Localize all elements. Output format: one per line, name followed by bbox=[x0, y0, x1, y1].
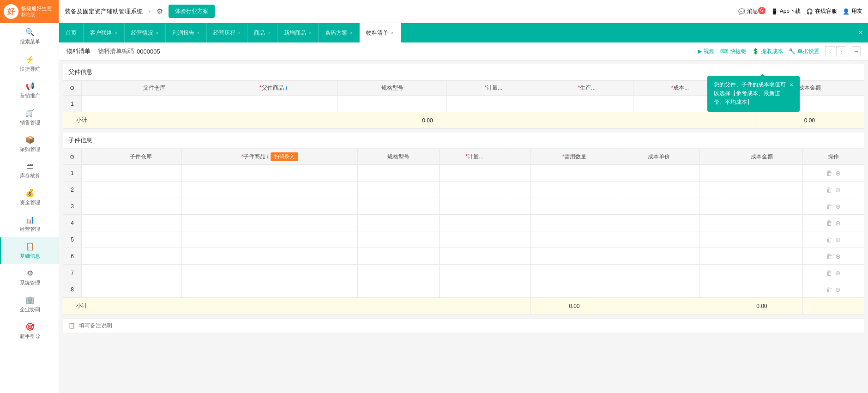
parent-row-qty[interactable] bbox=[447, 96, 540, 112]
child-row-req-qty[interactable] bbox=[530, 181, 618, 198]
child-row-warehouse[interactable] bbox=[100, 281, 182, 298]
child-row-warehouse[interactable] bbox=[100, 231, 182, 248]
sidebar-item-enterprise[interactable]: 🏢 企业协同 bbox=[0, 291, 59, 318]
user-action[interactable]: 👤 用友 bbox=[843, 7, 862, 15]
sidebar-item-purchase[interactable]: 📦 采购管理 bbox=[0, 131, 59, 157]
close-profit-icon[interactable]: × bbox=[197, 30, 200, 36]
settings-icon[interactable]: ⚙ bbox=[157, 7, 163, 16]
child-row-qty[interactable] bbox=[440, 181, 509, 198]
close-bom-icon[interactable]: × bbox=[391, 30, 394, 36]
child-row-qty[interactable] bbox=[440, 165, 509, 181]
sidebar-item-guide[interactable]: 🎯 新手引导 bbox=[0, 318, 59, 345]
sidebar-item-marketing[interactable]: 📢 营销推广 bbox=[0, 77, 59, 104]
shortcut-action[interactable]: ⌨ 快捷键 bbox=[720, 48, 747, 55]
parent-col-settings[interactable]: ⚙ bbox=[63, 81, 82, 96]
child-row-req-qty[interactable] bbox=[530, 198, 618, 215]
child-row-req-qty[interactable] bbox=[530, 165, 618, 181]
exp-btn[interactable]: 体验行业方案 bbox=[169, 5, 215, 18]
delete-row-icon[interactable]: 🗑 bbox=[826, 269, 832, 277]
sidebar-item-basic-info[interactable]: 📋 基础信息 bbox=[0, 237, 59, 264]
child-row-req-qty[interactable] bbox=[530, 215, 618, 231]
copy-row-icon[interactable]: ⊕ bbox=[835, 203, 841, 210]
nav-prev[interactable]: ‹ bbox=[825, 46, 835, 56]
child-row-goods[interactable] bbox=[181, 281, 358, 298]
copy-row-icon[interactable]: ⊕ bbox=[835, 253, 841, 260]
close-barcode-icon[interactable]: × bbox=[350, 30, 353, 36]
app-download-action[interactable]: 📱 App下载 bbox=[771, 7, 801, 15]
parent-row-goods[interactable] bbox=[209, 96, 338, 112]
copy-row-icon[interactable]: ⊕ bbox=[835, 286, 841, 293]
child-row-goods[interactable] bbox=[181, 215, 358, 231]
delete-row-icon[interactable]: 🗑 bbox=[826, 253, 832, 260]
nav-next[interactable]: › bbox=[836, 46, 846, 56]
child-row-goods[interactable] bbox=[181, 165, 358, 181]
sidebar-item-finance[interactable]: 💰 资金管理 bbox=[0, 184, 59, 211]
delete-row-icon[interactable]: 🗑 bbox=[826, 186, 832, 193]
child-col-settings[interactable]: ⚙ bbox=[63, 149, 82, 165]
list-view-btn[interactable]: ☰ bbox=[852, 46, 861, 56]
child-row-req-qty[interactable] bbox=[530, 248, 618, 265]
child-row-req-qty[interactable] bbox=[530, 265, 618, 281]
close-ops-status-icon[interactable]: × bbox=[156, 30, 159, 36]
extract-cost-action[interactable]: 💲 提取成本 bbox=[752, 48, 783, 55]
parent-row-warehouse[interactable] bbox=[100, 96, 209, 112]
close-add-goods-icon[interactable]: × bbox=[309, 30, 312, 36]
video-action[interactable]: ▶ 视频 bbox=[698, 48, 715, 55]
copy-row-icon[interactable]: ⊕ bbox=[835, 236, 841, 243]
child-row-req-qty[interactable] bbox=[530, 281, 618, 298]
sidebar-item-operations[interactable]: 📊 经营管理 bbox=[0, 211, 59, 237]
copy-row-icon[interactable]: ⊕ bbox=[835, 219, 841, 227]
sidebar-item-sales[interactable]: 🛒 销售管理 bbox=[0, 104, 59, 131]
child-row-warehouse[interactable] bbox=[100, 265, 182, 281]
delete-row-icon[interactable]: 🗑 bbox=[826, 203, 832, 210]
child-row-warehouse[interactable] bbox=[100, 181, 182, 198]
copy-row-icon[interactable]: ⊕ bbox=[835, 169, 841, 177]
child-row-goods[interactable] bbox=[181, 198, 358, 215]
delete-row-icon[interactable]: 🗑 bbox=[826, 236, 832, 243]
child-row-qty[interactable] bbox=[440, 248, 509, 265]
child-row-qty[interactable] bbox=[440, 215, 509, 231]
child-row-qty[interactable] bbox=[440, 231, 509, 248]
sidebar-item-inventory[interactable]: 🗃 库存核算 bbox=[0, 157, 59, 184]
delete-row-icon[interactable]: 🗑 bbox=[826, 169, 832, 177]
message-action[interactable]: 💬 消息 6 bbox=[738, 7, 766, 15]
close-customer-icon[interactable]: × bbox=[115, 30, 118, 36]
sidebar-item-search[interactable]: 🔍 搜索菜单 bbox=[0, 23, 59, 50]
child-row-qty[interactable] bbox=[440, 281, 509, 298]
tab-home[interactable]: 首页 bbox=[59, 23, 84, 42]
child-row-goods[interactable] bbox=[181, 181, 358, 198]
tab-ops-history[interactable]: 经营历程 × bbox=[207, 23, 248, 42]
tab-goods[interactable]: 商品 × bbox=[247, 23, 277, 42]
close-goods-icon[interactable]: × bbox=[268, 30, 271, 36]
close-ops-history-icon[interactable]: × bbox=[238, 30, 241, 36]
child-row-goods[interactable] bbox=[181, 248, 358, 265]
tab-profit-report[interactable]: 利润报告 × bbox=[166, 23, 207, 42]
child-row-qty[interactable] bbox=[440, 265, 509, 281]
child-row-warehouse[interactable] bbox=[100, 248, 182, 265]
tab-barcode[interactable]: 条码方案 × bbox=[319, 23, 360, 42]
child-row-warehouse[interactable] bbox=[100, 165, 182, 181]
child-row-warehouse[interactable] bbox=[100, 215, 182, 231]
scan-button[interactable]: 扫码录入 bbox=[271, 152, 298, 161]
sidebar-item-system[interactable]: ⚙ 系统管理 bbox=[0, 264, 59, 291]
child-row-goods[interactable] bbox=[181, 265, 358, 281]
single-settings-action[interactable]: 🔧 单据设置 bbox=[789, 48, 820, 55]
online-service-action[interactable]: 🎧 在线客服 bbox=[806, 7, 837, 15]
child-row-goods[interactable] bbox=[181, 231, 358, 248]
remark-input[interactable] bbox=[79, 322, 859, 329]
child-row-qty[interactable] bbox=[440, 198, 509, 215]
tooltip-close-btn[interactable]: × bbox=[790, 80, 793, 90]
tab-add-goods[interactable]: 新增商品 × bbox=[277, 23, 319, 42]
sidebar-item-quick-nav[interactable]: ⚡ 快捷导航 bbox=[0, 50, 59, 77]
child-row-warehouse[interactable] bbox=[100, 198, 182, 215]
tabbar-close-all[interactable]: × bbox=[853, 23, 868, 42]
tab-operations-status[interactable]: 经营情况 × bbox=[125, 23, 166, 42]
copy-row-icon[interactable]: ⊕ bbox=[835, 186, 841, 193]
tab-customer[interactable]: 客户联络 × bbox=[84, 23, 125, 42]
parent-row-production[interactable] bbox=[540, 96, 633, 112]
delete-row-icon[interactable]: 🗑 bbox=[826, 219, 832, 227]
child-row-req-qty[interactable] bbox=[530, 231, 618, 248]
copy-row-icon[interactable]: ⊕ bbox=[835, 269, 841, 277]
tab-bom[interactable]: 物料清单 × bbox=[360, 23, 401, 42]
delete-row-icon[interactable]: 🗑 bbox=[826, 286, 832, 293]
